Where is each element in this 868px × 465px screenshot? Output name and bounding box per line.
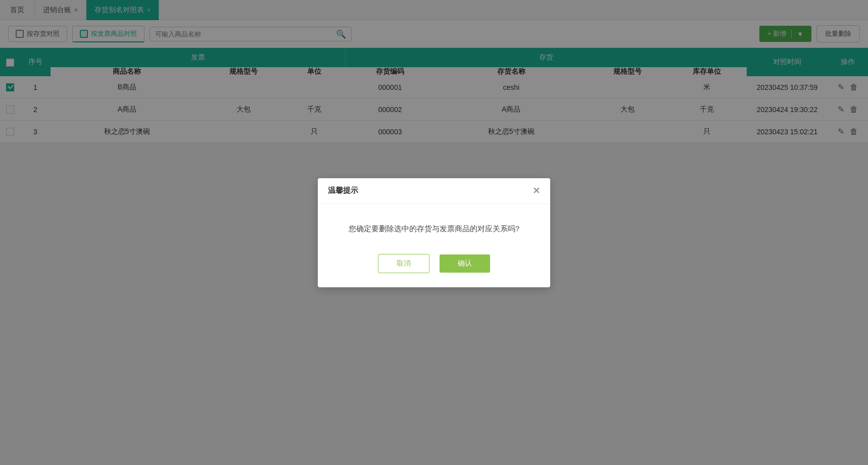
overlay: 温馨提示 ✕ 您确定要删除选中的存货与发票商品的对应关系吗? 取消 确认 <box>0 0 868 143</box>
